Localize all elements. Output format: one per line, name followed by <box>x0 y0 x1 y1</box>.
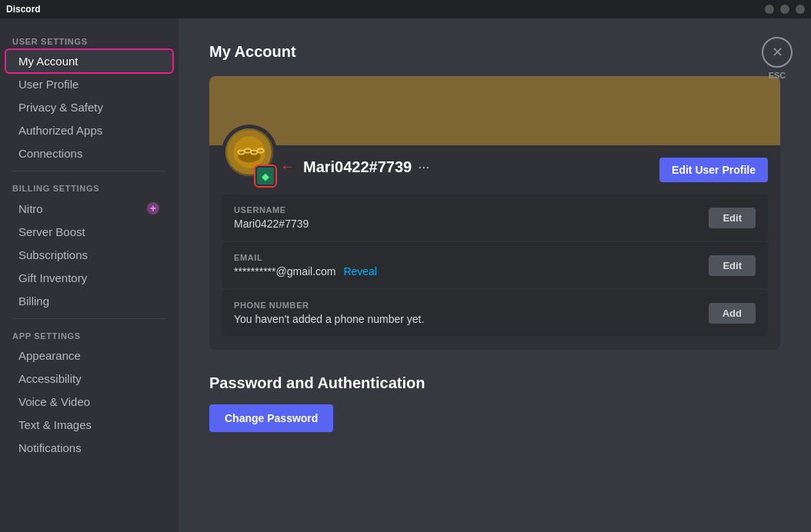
sidebar-item-label: Accessibility <box>18 372 82 385</box>
user-settings-label: USER SETTINGS <box>0 31 179 49</box>
username-row: Mari0422#7739 ··· <box>303 158 650 176</box>
password-section: Password and Authentication Change Passw… <box>209 374 780 432</box>
nitro-icon <box>146 201 160 215</box>
username-area: Mari0422#7739 ··· <box>303 152 650 176</box>
sidebar-item-label: Billing <box>18 294 49 308</box>
sidebar-item-label: Authorized Apps <box>18 124 102 137</box>
phone-value: You haven't added a phone number yet. <box>234 313 424 325</box>
more-options-icon[interactable]: ··· <box>418 159 429 175</box>
sidebar-item-label: User Profile <box>18 78 78 91</box>
phone-add-button[interactable]: Add <box>709 303 756 324</box>
window-controls[interactable]: − □ ✕ <box>765 5 805 14</box>
main-wrapper: My Account <box>179 18 811 532</box>
email-field-content: EMAIL **********@gmail.com Reveal <box>234 253 377 278</box>
sidebar-item-label: Gift Inventory <box>18 271 87 284</box>
sidebar-item-notifications[interactable]: Notifications <box>6 437 172 459</box>
sidebar-item-my-account[interactable]: My Account <box>6 50 172 72</box>
sidebar-divider-1 <box>12 171 166 171</box>
sidebar-item-label: Server Boost <box>18 225 85 238</box>
avatar-wrapper: ◆ <box>222 125 277 180</box>
username-value: Mari0422#7739 <box>234 218 309 230</box>
phone-label: PHONE NUMBER <box>234 301 424 310</box>
username-field-row: USERNAME Mari0422#7739 Edit <box>222 195 768 241</box>
username-edit-button[interactable]: Edit <box>709 208 756 228</box>
sidebar-item-voice-video[interactable]: Voice & Video <box>6 391 172 413</box>
edit-profile-button[interactable]: Edit User Profile <box>659 158 768 182</box>
app-title: Discord <box>6 4 41 15</box>
esc-label: ESC <box>769 71 786 80</box>
email-field-row: EMAIL **********@gmail.com Reveal Edit <box>222 242 768 288</box>
sidebar-item-connections[interactable]: Connections <box>6 142 172 165</box>
sidebar-item-label: Connections <box>18 147 82 160</box>
username-label: USERNAME <box>234 205 309 214</box>
sidebar-item-gift-inventory[interactable]: Gift Inventory <box>6 267 172 289</box>
page-title: My Account <box>209 43 780 61</box>
username-display: Mari0422#7739 <box>303 158 412 176</box>
profile-info-row: ◆ ← Mari0422#7739 ··· Edit User Profile <box>209 145 780 195</box>
app-settings-label: APP SETTINGS <box>0 325 179 344</box>
close-x-icon: ✕ <box>772 44 783 61</box>
email-value: **********@gmail.com Reveal <box>234 265 377 278</box>
username-field-content: USERNAME Mari0422#7739 <box>234 205 309 230</box>
sidebar-item-label: Notifications <box>18 441 82 454</box>
titlebar: Discord − □ ✕ <box>0 0 811 18</box>
reveal-email-link[interactable]: Reveal <box>343 265 377 278</box>
phone-field-row: PHONE NUMBER You haven't added a phone n… <box>222 290 768 336</box>
email-masked: **********@gmail.com <box>234 265 336 278</box>
esc-circle[interactable]: ✕ <box>762 37 793 68</box>
sidebar: USER SETTINGS My Account User Profile Pr… <box>0 18 179 532</box>
sidebar-divider-2 <box>12 318 166 319</box>
sidebar-item-server-boost[interactable]: Server Boost <box>6 221 172 243</box>
profile-card: ◆ ← Mari0422#7739 ··· Edit User Profile <box>209 76 780 350</box>
sidebar-item-billing[interactable]: Billing <box>6 290 172 312</box>
main-content: My Account <box>179 18 811 532</box>
sidebar-item-user-profile[interactable]: User Profile <box>6 73 172 95</box>
sidebar-item-nitro[interactable]: Nitro <box>6 197 172 220</box>
sidebar-item-label: Privacy & Safety <box>18 101 103 114</box>
sidebar-item-label: Subscriptions <box>18 248 88 261</box>
sidebar-item-label: Text & Images <box>18 418 92 431</box>
billing-settings-label: BILLING SETTINGS <box>0 178 179 196</box>
esc-button-wrapper[interactable]: ✕ ESC <box>762 37 793 80</box>
sidebar-item-text-images[interactable]: Text & Images <box>6 414 172 436</box>
email-edit-button[interactable]: Edit <box>709 255 756 276</box>
sidebar-item-subscriptions[interactable]: Subscriptions <box>6 244 172 266</box>
diamond-icon: ◆ <box>262 171 269 182</box>
phone-field-content: PHONE NUMBER You haven't added a phone n… <box>234 301 424 325</box>
sidebar-item-label: Appearance <box>18 349 81 362</box>
sidebar-item-privacy-safety[interactable]: Privacy & Safety <box>6 96 172 118</box>
sidebar-item-accessibility[interactable]: Accessibility <box>6 367 172 390</box>
change-password-button[interactable]: Change Password <box>209 404 333 432</box>
sidebar-item-appearance[interactable]: Appearance <box>6 344 172 367</box>
sidebar-item-label: Nitro <box>18 202 43 215</box>
close-button[interactable]: ✕ <box>796 5 805 14</box>
minimize-button[interactable]: − <box>765 5 774 14</box>
password-section-title: Password and Authentication <box>209 374 780 392</box>
fields-section: USERNAME Mari0422#7739 Edit EMAIL ******… <box>209 195 780 350</box>
app-body: USER SETTINGS My Account User Profile Pr… <box>0 18 811 532</box>
maximize-button[interactable]: □ <box>780 5 789 14</box>
annotation-arrow: ← <box>280 159 294 175</box>
email-label: EMAIL <box>234 253 377 262</box>
nitro-badge: ◆ <box>255 166 275 186</box>
sidebar-item-label: My Account <box>18 55 78 68</box>
profile-banner <box>209 76 780 145</box>
sidebar-item-authorized-apps[interactable]: Authorized Apps <box>6 119 172 141</box>
sidebar-item-label: Voice & Video <box>18 395 90 408</box>
